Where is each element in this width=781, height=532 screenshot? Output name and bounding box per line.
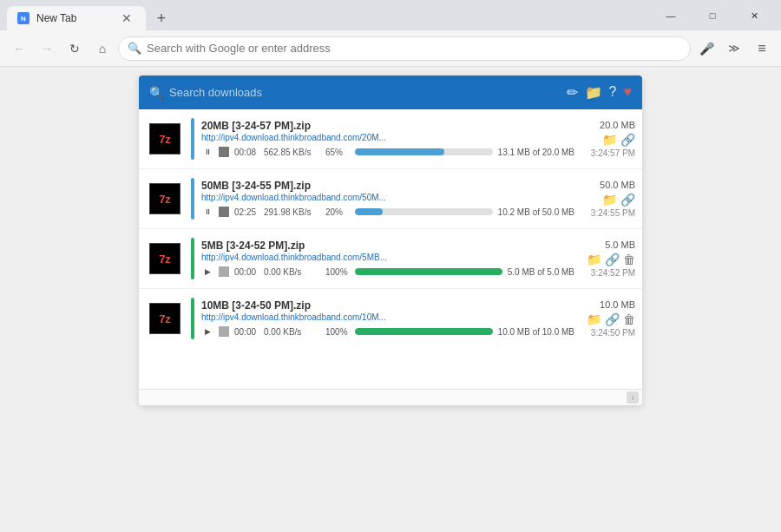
- dl-open-folder-action[interactable]: 📁: [602, 193, 617, 207]
- dl-open-folder-action[interactable]: 📁: [602, 133, 617, 147]
- dl-actions: 📁 🔗 🗑: [587, 312, 635, 326]
- dl-open-folder-action[interactable]: 📁: [587, 312, 601, 326]
- dl-time: 02:25: [234, 207, 259, 217]
- dl-time: 00:00: [234, 327, 259, 337]
- dl-stop-button[interactable]: [219, 207, 229, 217]
- heart-icon[interactable]: ♥: [624, 84, 633, 101]
- dl-icon-area: 7z: [139, 296, 191, 341]
- dl-actions: 📁 🔗 🗑: [587, 253, 635, 266]
- dl-progress-bar: [355, 268, 502, 275]
- dl-time: 00:08: [234, 148, 259, 157]
- edit-icon[interactable]: ✏: [567, 84, 578, 101]
- mic-button[interactable]: 🎤: [694, 36, 719, 61]
- tab-title: New Tab: [36, 12, 76, 24]
- dl-icon-label: 7z: [159, 312, 171, 325]
- dl-timestamp: 3:24:50 PM: [591, 328, 635, 338]
- dl-filesize: 10.0 MB: [600, 299, 635, 310]
- dl-right-area: 50.0 MB 📁 🔗 3:24:55 PM: [581, 176, 642, 221]
- maximize-button[interactable]: □: [692, 5, 732, 26]
- dl-pause-button[interactable]: ⏸: [201, 206, 213, 218]
- dl-pause-button[interactable]: ▶: [201, 266, 213, 278]
- folder-icon[interactable]: 📁: [585, 84, 602, 101]
- dl-size-info: 5.0 MB of 5.0 MB: [508, 267, 574, 277]
- dl-icon-label: 7z: [159, 193, 171, 206]
- dl-link-action[interactable]: 🔗: [605, 253, 620, 266]
- dl-size-info: 10.0 MB of 10.0 MB: [498, 327, 574, 337]
- dl-speed: 0.00 KB/s: [264, 327, 320, 337]
- dl-actions: 📁 🔗: [602, 133, 635, 147]
- dl-timestamp: 3:24:55 PM: [591, 208, 635, 218]
- dl-progress-fill: [355, 148, 444, 155]
- search-icon: 🔍: [128, 42, 141, 55]
- dl-progress-row: ⏸ 00:08 562.85 KB/s 65% 13.1 MB of 20.0 …: [201, 146, 574, 158]
- address-input[interactable]: [147, 42, 681, 55]
- dl-url[interactable]: http://ipv4.download.thinkbroadband.com/…: [201, 133, 574, 142]
- dl-right-area: 5.0 MB 📁 🔗 🗑 3:24:52 PM: [581, 236, 642, 281]
- download-item: 7z 10MB [3-24-50 PM].zip http://ipv4.dow…: [139, 289, 642, 348]
- dl-filename: 5MB [3-24-52 PM].zip: [201, 240, 574, 252]
- dl-link-action[interactable]: 🔗: [620, 193, 635, 207]
- address-bar[interactable]: 🔍: [118, 36, 691, 61]
- dl-link-action[interactable]: 🔗: [605, 312, 620, 326]
- dl-speed: 562.85 KB/s: [264, 148, 320, 157]
- dl-right-area: 20.0 MB 📁 🔗 3:24:57 PM: [581, 116, 642, 161]
- help-icon[interactable]: ?: [609, 84, 617, 101]
- tab-close-button[interactable]: ✕: [118, 10, 135, 26]
- dl-timestamp: 3:24:57 PM: [591, 148, 635, 158]
- title-bar: N New Tab ✕ + — □ ✕: [0, 0, 781, 30]
- dl-link-action[interactable]: 🔗: [620, 133, 635, 147]
- dl-progress-fill: [355, 268, 502, 275]
- dl-stop-button[interactable]: [219, 266, 229, 277]
- dl-url[interactable]: http://ipv4.download.thinkbroadband.com/…: [201, 193, 574, 202]
- dl-delete-action[interactable]: 🗑: [623, 253, 635, 266]
- extensions-button[interactable]: ≫: [722, 36, 746, 61]
- dl-content: 20MB [3-24-57 PM].zip http://ipv4.downlo…: [194, 116, 581, 161]
- dl-progress-fill: [355, 208, 383, 215]
- forward-button[interactable]: →: [35, 36, 59, 61]
- dl-stop-button[interactable]: [219, 147, 229, 157]
- dl-content: 50MB [3-24-55 PM].zip http://ipv4.downlo…: [194, 176, 581, 221]
- downloads-list[interactable]: 7z 20MB [3-24-57 PM].zip http://ipv4.dow…: [139, 109, 642, 389]
- dl-icon-area: 7z: [139, 176, 191, 221]
- dl-percent: 100%: [325, 327, 350, 337]
- dl-icon-label: 7z: [159, 133, 171, 146]
- dl-icon-area: 7z: [139, 236, 191, 281]
- minimize-button[interactable]: —: [651, 5, 691, 26]
- reload-button[interactable]: ↻: [62, 36, 87, 61]
- dl-delete-action[interactable]: 🗑: [623, 312, 635, 326]
- menu-button[interactable]: ≡: [750, 36, 774, 61]
- back-button[interactable]: ←: [7, 36, 31, 61]
- new-tab-button[interactable]: +: [149, 6, 174, 30]
- scroll-indicator: ↕: [627, 391, 639, 404]
- dl-file-icon: 7z: [149, 243, 180, 274]
- dl-percent: 65%: [325, 148, 350, 157]
- dl-percent: 20%: [325, 207, 350, 217]
- home-button[interactable]: ⌂: [90, 36, 115, 61]
- close-button[interactable]: ✕: [734, 5, 774, 26]
- dl-file-icon: 7z: [149, 183, 180, 214]
- dl-icon-area: 7z: [139, 116, 191, 161]
- dl-progress-row: ▶ 00:00 0.00 KB/s 100% 10.0 MB of 10.0 M…: [201, 325, 574, 338]
- download-item: 7z 20MB [3-24-57 PM].zip http://ipv4.dow…: [139, 109, 642, 169]
- dl-progress-fill: [355, 328, 493, 335]
- dl-url[interactable]: http://ipv4.download.thinkbroadband.com/…: [201, 253, 574, 262]
- dl-filesize: 50.0 MB: [600, 180, 635, 190]
- dl-open-folder-action[interactable]: 📁: [587, 253, 601, 266]
- dl-size-info: 13.1 MB of 20.0 MB: [498, 148, 574, 157]
- downloads-search-input[interactable]: [169, 86, 560, 99]
- scroll-area: ↕: [139, 389, 642, 405]
- browser-tab[interactable]: N New Tab ✕: [7, 6, 146, 30]
- dl-filename: 50MB [3-24-55 PM].zip: [201, 180, 574, 192]
- dl-stop-button[interactable]: [219, 326, 229, 337]
- dl-progress-bar: [355, 328, 493, 335]
- downloads-header: 🔍 ✏ 📁 ? ♥: [139, 76, 642, 109]
- download-item: 7z 50MB [3-24-55 PM].zip http://ipv4.dow…: [139, 169, 642, 229]
- dl-pause-button[interactable]: ▶: [201, 325, 213, 338]
- dl-speed: 291.98 KB/s: [264, 207, 320, 217]
- dl-timestamp: 3:24:52 PM: [591, 268, 635, 278]
- dl-progress-bar: [355, 148, 493, 155]
- dl-pause-button[interactable]: ⏸: [201, 146, 213, 158]
- dl-size-info: 10.2 MB of 50.0 MB: [498, 207, 574, 217]
- search-bar: 🔍: [149, 86, 560, 100]
- dl-url[interactable]: http://ipv4.download.thinkbroadband.com/…: [201, 312, 574, 322]
